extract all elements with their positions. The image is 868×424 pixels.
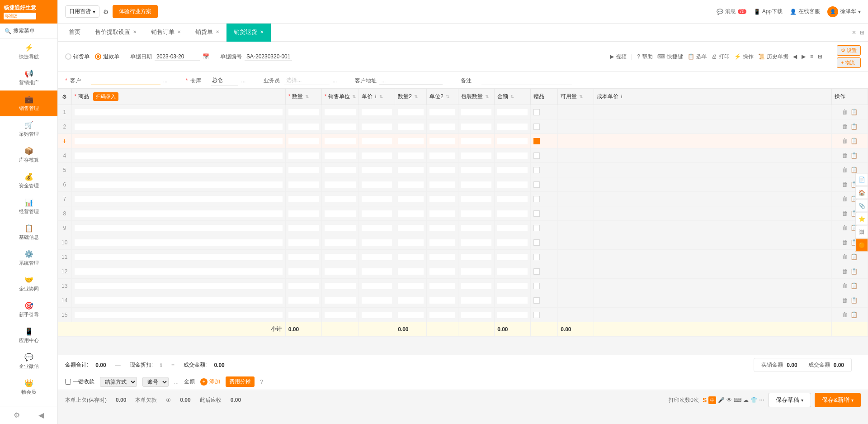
sales-unit-cell-13[interactable] bbox=[321, 279, 359, 293]
product-input-11[interactable] bbox=[75, 254, 283, 260]
package-qty-cell-15[interactable] bbox=[458, 308, 495, 322]
qty-input-7[interactable] bbox=[288, 196, 319, 202]
fee-split-btn[interactable]: 费用分摊 bbox=[226, 376, 255, 387]
copy-icon-5[interactable]: 📋 bbox=[850, 167, 858, 173]
qty2-cell-13[interactable] bbox=[395, 279, 427, 293]
gift-cell-14[interactable] bbox=[531, 293, 558, 308]
sales-unit-cell-4[interactable] bbox=[321, 148, 359, 163]
sales-unit-input-13[interactable] bbox=[325, 283, 356, 289]
settings-btn[interactable]: ⚙ 设置 bbox=[837, 45, 861, 56]
fee-question-icon[interactable]: ? bbox=[260, 379, 263, 385]
product-cell-6[interactable] bbox=[71, 177, 285, 192]
account-select[interactable]: 账号 bbox=[142, 377, 169, 387]
unit-price-cell-6[interactable] bbox=[359, 177, 395, 192]
gift-checkbox-1[interactable] bbox=[533, 109, 540, 115]
unit2-input-15[interactable] bbox=[429, 312, 455, 318]
unit-price-input-5[interactable] bbox=[362, 167, 392, 173]
gift-checkbox-8[interactable] bbox=[533, 210, 540, 217]
amount-input-6[interactable] bbox=[497, 181, 528, 188]
qty2-cell-14[interactable] bbox=[395, 293, 427, 308]
right-icon-star[interactable]: ⭐ bbox=[855, 212, 868, 225]
unit2-cell-6[interactable] bbox=[427, 177, 458, 192]
unit2-cell-10[interactable] bbox=[427, 235, 458, 250]
qty-cell-12[interactable] bbox=[285, 264, 321, 279]
amount-input-3[interactable] bbox=[497, 138, 528, 144]
unit-price-cell-4[interactable] bbox=[359, 148, 395, 163]
unit2-input-12[interactable] bbox=[429, 268, 455, 275]
amount-input-11[interactable] bbox=[497, 254, 528, 260]
qty2-input-8[interactable] bbox=[398, 210, 424, 217]
qty-cell-2[interactable] bbox=[285, 119, 321, 134]
select-order-btn[interactable]: 📋 选单 bbox=[688, 53, 707, 61]
package-qty-input-6[interactable] bbox=[461, 181, 491, 188]
sidebar-item-wechat[interactable]: 💬 企业微信 bbox=[0, 348, 57, 374]
package-qty-input-11[interactable] bbox=[461, 254, 491, 260]
amount-cell-4[interactable] bbox=[495, 148, 531, 163]
address-input[interactable]: ... bbox=[379, 77, 443, 85]
product-input-14[interactable] bbox=[75, 297, 283, 304]
sidebar-item-marketing[interactable]: 📢 营销推广 bbox=[0, 65, 57, 91]
qty-input-13[interactable] bbox=[288, 283, 319, 289]
amount-input-12[interactable] bbox=[497, 268, 528, 275]
amount-input-14[interactable] bbox=[497, 297, 528, 304]
tab-expand-icon[interactable]: ⊞ bbox=[860, 29, 864, 36]
operate-btn[interactable]: ⚡ 操作 bbox=[734, 53, 754, 61]
qty2-input-15[interactable] bbox=[398, 312, 424, 318]
radio-sales-return[interactable]: 退款单 bbox=[95, 53, 119, 61]
product-input-1[interactable] bbox=[75, 109, 283, 115]
copy-icon-12[interactable]: 📋 bbox=[850, 268, 858, 275]
cost-price-info-icon[interactable]: ℹ bbox=[621, 94, 623, 99]
gift-checkbox-11[interactable] bbox=[533, 254, 540, 260]
product-cell-14[interactable] bbox=[71, 293, 285, 308]
sales-unit-input-11[interactable] bbox=[325, 254, 356, 260]
package-qty-input-14[interactable] bbox=[461, 297, 491, 304]
product-input-13[interactable] bbox=[75, 283, 283, 289]
tab-close-price-setting[interactable]: ✕ bbox=[133, 29, 137, 34]
add-payment-btn[interactable]: + 添加 bbox=[200, 378, 220, 386]
product-input-8[interactable] bbox=[75, 210, 283, 217]
qty2-cell-1[interactable] bbox=[395, 105, 427, 119]
sales-unit-input-8[interactable] bbox=[325, 210, 356, 217]
qty2-input-9[interactable] bbox=[398, 225, 424, 231]
industry-select[interactable]: 日用百货 ▾ bbox=[65, 5, 99, 18]
unit-price-cell-3[interactable] bbox=[359, 134, 395, 148]
unit-price-cell-2[interactable] bbox=[359, 119, 395, 134]
delete-icon-6[interactable]: 🗑 bbox=[842, 181, 848, 188]
col-package-qty-header[interactable]: 包装数量 ⇅ bbox=[458, 89, 495, 105]
amount-cell-11[interactable] bbox=[495, 250, 531, 264]
sidebar-item-enterprise[interactable]: 🤝 企业协同 bbox=[0, 271, 57, 297]
product-input-2[interactable] bbox=[75, 124, 283, 130]
right-icon-active[interactable]: 🟠 bbox=[855, 238, 868, 251]
account-dots[interactable]: ... bbox=[174, 379, 179, 385]
collapse-icon[interactable]: ◀ bbox=[38, 411, 44, 419]
qty-input-5[interactable] bbox=[288, 167, 319, 173]
unit2-input-5[interactable] bbox=[429, 167, 455, 173]
warehouse-dots[interactable]: ... bbox=[241, 77, 245, 84]
history-btn[interactable]: 📜 历史单据 bbox=[758, 53, 788, 61]
gift-checkbox-6[interactable] bbox=[533, 181, 540, 188]
sales-unit-input-6[interactable] bbox=[325, 181, 356, 188]
sales-unit-cell-1[interactable] bbox=[321, 105, 359, 119]
package-qty-input-2[interactable] bbox=[461, 124, 491, 130]
unit2-input-14[interactable] bbox=[429, 297, 455, 304]
amount-cell-14[interactable] bbox=[495, 293, 531, 308]
print-btn[interactable]: 🖨 打印 bbox=[712, 53, 730, 61]
unit-price-input-7[interactable] bbox=[362, 196, 392, 202]
qty2-sort-icon[interactable]: ⇅ bbox=[414, 94, 418, 99]
right-icon-home[interactable]: 🏠 bbox=[855, 186, 868, 199]
unit-price-input-13[interactable] bbox=[362, 283, 392, 289]
customer-input[interactable] bbox=[91, 76, 160, 85]
ime-icon-cloud[interactable]: ☁ bbox=[743, 397, 749, 403]
right-icon-attach[interactable]: 📎 bbox=[855, 199, 868, 212]
gift-cell-12[interactable] bbox=[531, 264, 558, 279]
sales-unit-input-7[interactable] bbox=[325, 196, 356, 202]
delete-icon-13[interactable]: 🗑 bbox=[842, 282, 848, 289]
package-qty-input-15[interactable] bbox=[461, 312, 491, 318]
customer-dots[interactable]: ... bbox=[163, 77, 168, 84]
delete-icon-9[interactable]: 🗑 bbox=[842, 224, 848, 231]
unit-price-input-14[interactable] bbox=[362, 297, 392, 304]
right-icon-doc[interactable]: 📄 bbox=[855, 173, 868, 186]
unit-price-cell-15[interactable] bbox=[359, 308, 395, 322]
sidebar-item-appstore[interactable]: 📱 应用中心 bbox=[0, 323, 57, 348]
sidebar-item-shortcut[interactable]: ⚡ 快捷导航 bbox=[0, 39, 57, 65]
